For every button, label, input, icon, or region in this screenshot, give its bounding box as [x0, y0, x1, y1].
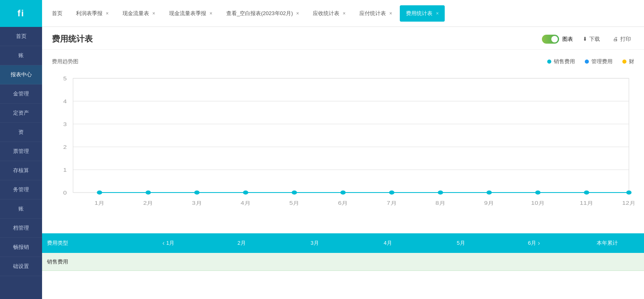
svg-text:3: 3: [63, 122, 67, 127]
sidebar-logo: fi: [0, 0, 42, 27]
content-inner: 费用统计表 图表 ⬇ 下载 🖨 打印: [42, 27, 644, 299]
svg-point-35: [584, 190, 589, 195]
svg-text:7月: 7月: [387, 200, 397, 206]
toggle-label: 图表: [562, 35, 573, 43]
table-section: 费用类型 ‹ 1月 2月 3月 4月 5月 6月 › 本年累计: [42, 233, 644, 271]
tab-profit-quarterly[interactable]: 利润表季报 ×: [70, 5, 115, 22]
chart-toggle[interactable]: [542, 35, 559, 44]
table-header-row: 费用类型 ‹ 1月 2月 3月 4月 5月 6月 › 本年累计: [42, 233, 644, 253]
download-button[interactable]: ⬇ 下载: [579, 34, 603, 44]
svg-text:1月: 1月: [95, 200, 105, 206]
th-prev[interactable]: ‹ 1月: [132, 239, 205, 247]
sidebar-item-reports[interactable]: 报表中心: [0, 65, 42, 84]
svg-point-36: [626, 190, 632, 195]
chart-title: 费用趋势图: [52, 58, 78, 65]
tab-cashflow[interactable]: 现金流量表 ×: [116, 5, 161, 22]
page-title: 费用统计表: [52, 33, 93, 44]
sidebar-item-assets[interactable]: 定资产: [0, 104, 42, 123]
print-button[interactable]: 🖨 打印: [610, 34, 634, 44]
download-icon: ⬇: [583, 36, 587, 42]
tab-home[interactable]: 首页: [46, 5, 68, 22]
legend-dot-sales: [547, 60, 551, 64]
tab-close-receivable[interactable]: ×: [343, 11, 345, 16]
chart-container: 费用趋势图 销售费用 管理费用 财: [42, 50, 644, 233]
svg-text:3月: 3月: [192, 200, 202, 206]
chart-legend: 销售费用 管理费用 财: [547, 58, 634, 65]
tab-receivable[interactable]: 应收统计表 ×: [307, 5, 352, 22]
th-col5: 5月: [424, 239, 497, 247]
tab-close-payable[interactable]: ×: [389, 11, 392, 16]
content-area: 费用统计表 图表 ⬇ 下载 🖨 打印: [42, 27, 644, 299]
main-content: 首页 利润表季报 × 现金流量表 × 现金流量表季报 × 查看_空白报表(202…: [42, 0, 644, 299]
svg-text:2: 2: [63, 144, 67, 150]
sidebar-item-services[interactable]: 务管理: [0, 180, 42, 199]
page-header: 费用统计表 图表 ⬇ 下载 🖨 打印: [42, 27, 644, 50]
print-label: 打印: [620, 35, 631, 43]
svg-point-28: [243, 190, 248, 195]
th-ytd: 本年累计: [570, 239, 644, 247]
svg-text:2月: 2月: [143, 200, 153, 206]
sidebar-item-finance[interactable]: 金管理: [0, 84, 42, 104]
sidebar-item-home[interactable]: 首页: [0, 27, 42, 46]
svg-point-29: [292, 190, 297, 195]
svg-text:12月: 12月: [622, 200, 634, 206]
tab-close-blank-report[interactable]: ×: [296, 11, 299, 16]
tab-expense-stats[interactable]: 费用统计表 ×: [400, 5, 445, 22]
tab-bar: 首页 利润表季报 × 现金流量表 × 现金流量表季报 × 查看_空白报表(202…: [42, 0, 644, 27]
svg-text:4: 4: [63, 99, 67, 104]
legend-sales-label: 销售费用: [554, 58, 575, 65]
svg-text:9月: 9月: [484, 200, 494, 206]
legend-admin-label: 管理费用: [591, 58, 613, 65]
tab-close-cashflow[interactable]: ×: [152, 11, 155, 16]
sidebar-item-investment[interactable]: 资: [0, 123, 42, 142]
tab-close-expense-stats[interactable]: ×: [436, 11, 439, 16]
svg-text:10月: 10月: [531, 200, 545, 206]
download-label: 下载: [589, 35, 600, 43]
svg-point-33: [486, 190, 492, 195]
toggle-container: 图表: [542, 35, 573, 44]
sidebar-item-archives[interactable]: 档管理: [0, 219, 42, 238]
header-actions: 图表 ⬇ 下载 🖨 打印: [542, 34, 634, 44]
prev-month-btn[interactable]: ‹: [163, 239, 165, 247]
sidebar-item-bills[interactable]: 票管理: [0, 142, 42, 161]
tab-close-cashflow-quarterly[interactable]: ×: [209, 11, 212, 16]
svg-point-31: [389, 190, 394, 195]
trend-chart: 5 4 3 2 1: [52, 70, 634, 217]
chart-header: 费用趋势图 销售费用 管理费用 财: [52, 58, 634, 65]
svg-text:5月: 5月: [290, 200, 299, 206]
tab-close-profit-quarterly[interactable]: ×: [106, 11, 109, 16]
svg-text:5: 5: [63, 76, 67, 82]
svg-point-26: [145, 190, 151, 195]
svg-text:6月: 6月: [338, 200, 348, 206]
svg-point-32: [438, 190, 443, 195]
svg-text:8月: 8月: [435, 200, 445, 206]
th-col2: 2月: [205, 239, 278, 247]
sidebar-item-ledger[interactable]: 账: [0, 199, 42, 219]
legend-finance-label: 财: [629, 58, 634, 65]
svg-point-27: [194, 190, 200, 195]
svg-text:4月: 4月: [241, 200, 250, 206]
sidebar-item-expense[interactable]: 畅报销: [0, 238, 42, 257]
svg-text:11月: 11月: [580, 200, 593, 206]
legend-admin: 管理费用: [585, 58, 613, 65]
th-col4: 4月: [351, 239, 424, 247]
th-col6: 6月 ›: [497, 239, 570, 247]
chart-wrapper: 5 4 3 2 1: [52, 70, 634, 225]
svg-point-30: [341, 190, 346, 195]
th-type: 费用类型: [42, 239, 132, 247]
tab-blank-report[interactable]: 查看_空白报表(2023年02月) ×: [220, 5, 305, 22]
table-row-sales: 销售费用: [42, 253, 644, 271]
legend-dot-admin: [585, 60, 589, 64]
sidebar-item-inventory[interactable]: 存核算: [0, 161, 42, 180]
sidebar-item-settings[interactable]: 础设置: [0, 257, 42, 276]
svg-rect-12: [73, 78, 629, 193]
legend-sales: 销售费用: [547, 58, 575, 65]
sidebar-item-account[interactable]: 账: [0, 46, 42, 65]
svg-point-34: [535, 190, 541, 195]
next-month-btn[interactable]: ›: [538, 239, 540, 247]
tab-payable[interactable]: 应付统计表 ×: [353, 5, 398, 22]
th-col3: 3月: [278, 239, 351, 247]
legend-dot-finance: [622, 60, 626, 64]
print-icon: 🖨: [613, 36, 618, 42]
tab-cashflow-quarterly[interactable]: 现金流量表季报 ×: [163, 5, 218, 22]
